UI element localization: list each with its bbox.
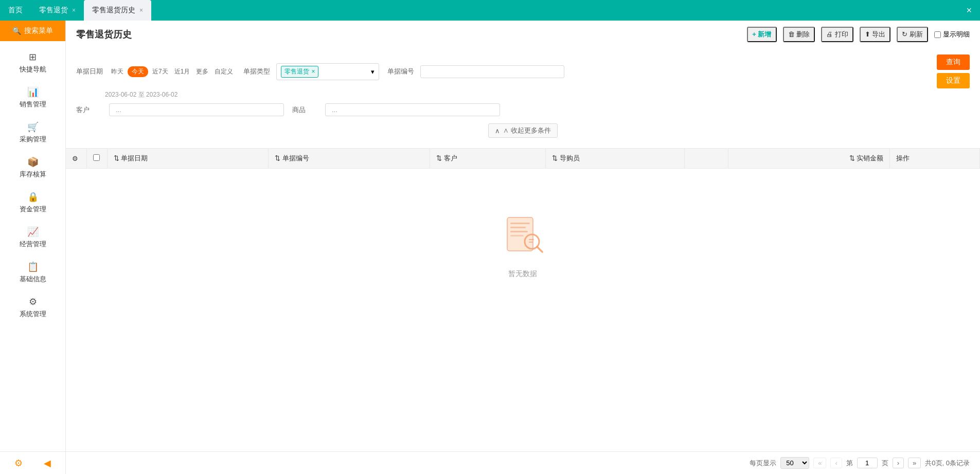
empty-text: 暂无数据: [508, 269, 537, 279]
svg-rect-4: [510, 235, 524, 236]
system-mgmt-icon: ⚙: [27, 296, 39, 307]
sidebar-item-operation-mgmt[interactable]: 📈 经营管理: [0, 220, 65, 255]
doc-type-filter-group: 单据类型 零售退货 × ▾: [243, 63, 379, 80]
tab-retail-return-history[interactable]: 零售退货历史 ×: [84, 0, 151, 21]
table-container: ⚙ ⇅ 单据日期 ⇅ 单据编号: [66, 149, 980, 451]
sidebar-settings-button[interactable]: ⚙: [14, 458, 23, 469]
svg-rect-3: [510, 231, 528, 232]
right-query-panel: 查询 设置: [931, 54, 970, 88]
display-detail-checkbox[interactable]: [934, 31, 941, 38]
page-unit: 页: [882, 459, 888, 468]
sidebar-item-quick-nav[interactable]: ⊞ 快捷导航: [0, 45, 65, 80]
sidebar: 🔍 搜索菜单 ⊞ 快捷导航 📊 销售管理 🛒 采购管理 📦 库存核算 🔒: [0, 21, 66, 474]
customer-label: 客户: [76, 105, 105, 115]
doc-type-select[interactable]: 零售退货 × ▾: [276, 63, 379, 80]
date-filter-label: 单据日期: [76, 67, 105, 76]
doc-type-tag: 零售退货 ×: [281, 66, 318, 78]
th-checkbox: [86, 149, 107, 169]
table-settings-icon[interactable]: ⚙: [72, 155, 78, 162]
page-header: 零售退货历史 + 新增 🗑 删除 🖨 打印 ⬆ 导出 ↻ 刷新 显示明细: [66, 21, 980, 149]
tab-home[interactable]: 首页: [0, 0, 31, 21]
sidebar-search-button[interactable]: 🔍 搜索菜单: [0, 21, 65, 41]
svg-rect-2: [510, 227, 526, 228]
first-page-button[interactable]: «: [813, 458, 826, 468]
top-bar: 首页 零售退货 × 零售退货历史 × ×: [0, 0, 980, 21]
refresh-button[interactable]: ↻ 刷新: [897, 27, 928, 42]
date-btn-today[interactable]: 今天: [128, 66, 148, 77]
export-button[interactable]: ⬆ 导出: [860, 27, 891, 42]
svg-rect-1: [510, 223, 530, 224]
page-title-row: 零售退货历史 + 新增 🗑 删除 🖨 打印 ⬆ 导出 ↻ 刷新 显示明细: [76, 27, 970, 42]
svg-rect-0: [507, 217, 533, 251]
th-spacer: [684, 149, 728, 169]
sidebar-item-finance-mgmt[interactable]: 🔒 资金管理: [0, 185, 65, 220]
th-actual-amount[interactable]: ⇅ 实销金额: [728, 149, 890, 169]
doc-no-input[interactable]: [420, 65, 564, 78]
table-header: ⚙ ⇅ 单据日期 ⇅ 单据编号: [66, 149, 980, 169]
th-doc-date[interactable]: ⇅ 单据日期: [107, 149, 269, 169]
page-size-label: 每页显示: [750, 459, 776, 468]
doc-type-dropdown-icon: ▾: [371, 68, 375, 76]
th-settings[interactable]: ⚙: [66, 149, 86, 169]
customer-input[interactable]: ...: [109, 103, 284, 116]
sidebar-item-basic-info[interactable]: 📋 基础信息: [0, 255, 65, 290]
date-btn-yesterday[interactable]: 昨天: [109, 66, 126, 77]
date-filter-group: 单据日期 昨天 今天 近7天 近1月 更多 自定义: [76, 66, 235, 77]
page-title: 零售退货历史: [76, 28, 132, 41]
doc-type-label: 单据类型: [243, 67, 272, 76]
sidebar-item-purchase-mgmt[interactable]: 🛒 采购管理: [0, 115, 65, 150]
select-all-checkbox[interactable]: [93, 154, 100, 161]
svg-line-6: [537, 247, 542, 252]
th-action: 操作: [890, 149, 980, 169]
sidebar-item-inventory[interactable]: 📦 库存核算: [0, 150, 65, 185]
sidebar-bottom: ⚙ ◀: [0, 451, 65, 474]
empty-icon: [497, 210, 548, 261]
settings-button[interactable]: 设置: [937, 73, 970, 88]
th-customer[interactable]: ⇅ 客户: [430, 149, 546, 169]
next-page-button[interactable]: ›: [893, 458, 904, 468]
app-close-button[interactable]: ×: [958, 5, 980, 16]
filter-area: 单据日期 昨天 今天 近7天 近1月 更多 自定义 单据类型: [76, 48, 970, 148]
goods-label: 商品: [292, 105, 321, 115]
delete-button[interactable]: 🗑 删除: [783, 27, 815, 42]
empty-state: 暂无数据: [66, 169, 980, 320]
print-button[interactable]: 🖨 打印: [821, 27, 853, 42]
display-detail-label[interactable]: 显示明细: [934, 30, 970, 39]
operation-mgmt-icon: 📈: [27, 226, 39, 238]
sidebar-item-system-mgmt[interactable]: ⚙ 系统管理: [0, 290, 65, 325]
collapse-button[interactable]: ∧ ∧ 收起更多条件: [488, 123, 558, 138]
collapse-icon: ∧: [495, 127, 500, 135]
pagination-bar: 每页显示 10 20 50 100 « ‹ 第 页 › » 共0页, 0条记录: [66, 451, 980, 474]
total-info: 共0页, 0条记录: [925, 459, 970, 468]
doc-no-label: 单据编号: [387, 67, 416, 76]
svg-rect-8: [529, 242, 533, 243]
th-guide[interactable]: ⇅ 导购员: [546, 149, 684, 169]
prev-page-button[interactable]: ‹: [830, 458, 842, 468]
page-size-select[interactable]: 10 20 50 100: [780, 457, 809, 469]
svg-rect-7: [529, 239, 534, 240]
date-btn-custom[interactable]: 自定义: [212, 66, 235, 77]
new-button[interactable]: + 新增: [747, 27, 776, 42]
th-doc-no[interactable]: ⇅ 单据编号: [269, 149, 430, 169]
filter-row-2: 客户 ... 商品 ...: [76, 103, 970, 116]
doc-type-tag-close[interactable]: ×: [311, 68, 315, 75]
date-btn-more[interactable]: 更多: [194, 66, 210, 77]
tab-retail-return-close[interactable]: ×: [72, 7, 76, 14]
last-page-button[interactable]: »: [908, 458, 921, 468]
content-area: 零售退货历史 + 新增 🗑 删除 🖨 打印 ⬆ 导出 ↻ 刷新 显示明细: [66, 21, 980, 474]
tab-retail-return[interactable]: 零售退货 ×: [31, 0, 84, 21]
date-btn-7days[interactable]: 近7天: [150, 66, 170, 77]
date-btn-1month[interactable]: 近1月: [172, 66, 192, 77]
page-input[interactable]: [857, 458, 878, 468]
tab-retail-return-history-close[interactable]: ×: [139, 7, 143, 14]
date-shortcuts: 昨天 今天 近7天 近1月 更多 自定义: [109, 66, 235, 77]
purchase-mgmt-icon: 🛒: [27, 121, 39, 133]
filter-row-1: 单据日期 昨天 今天 近7天 近1月 更多 自定义 单据类型: [76, 54, 970, 88]
query-button[interactable]: 查询: [937, 54, 970, 70]
search-icon: 🔍: [12, 27, 21, 35]
inventory-icon: 📦: [27, 156, 39, 168]
toolbar-actions: + 新增 🗑 删除 🖨 打印 ⬆ 导出 ↻ 刷新 显示明细: [747, 27, 970, 42]
sidebar-item-sales-mgmt[interactable]: 📊 销售管理: [0, 80, 65, 115]
sidebar-collapse-button[interactable]: ◀: [44, 458, 51, 469]
goods-input[interactable]: ...: [325, 103, 500, 116]
